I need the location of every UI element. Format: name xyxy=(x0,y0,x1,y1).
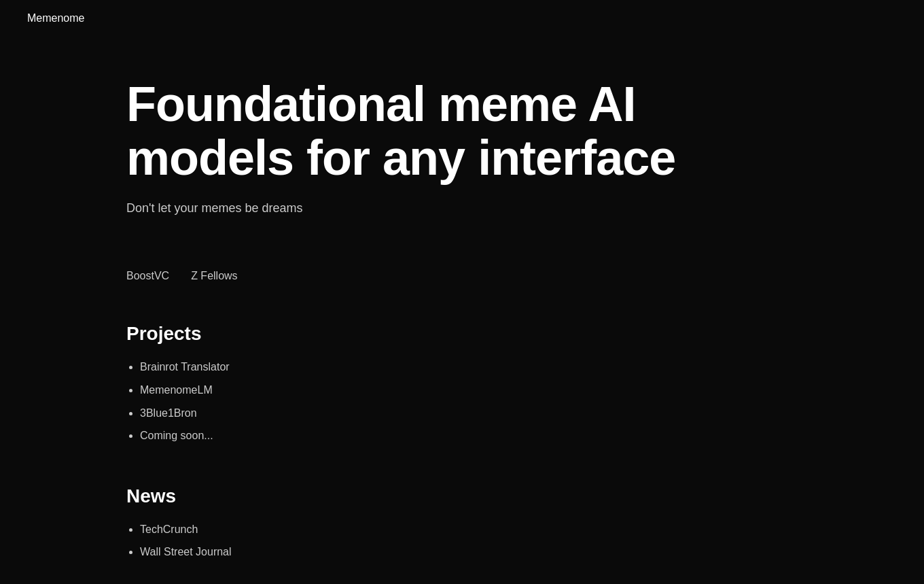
projects-section: Projects Brainrot Translator MemenomeLM … xyxy=(126,323,798,444)
hero-subheading: Don't let your memes be dreams xyxy=(126,201,798,216)
list-item: 3Blue1Bron xyxy=(140,405,798,422)
backer-boostvc: BoostVC xyxy=(126,270,169,282)
hero-section: Foundational meme AI models for any inte… xyxy=(126,78,798,216)
list-item: Wall Street Journal xyxy=(140,543,798,561)
list-item: TechCrunch xyxy=(140,521,798,538)
list-item: MemenomeLM xyxy=(140,381,798,399)
news-heading: News xyxy=(126,485,798,507)
backers-section: BoostVC Z Fellows xyxy=(126,256,798,282)
projects-list: Brainrot Translator MemenomeLM 3Blue1Bro… xyxy=(126,358,798,444)
main-content: Foundational meme AI models for any inte… xyxy=(0,37,924,584)
list-item: Coming soon... xyxy=(140,427,798,445)
backer-z-fellows: Z Fellows xyxy=(191,270,237,282)
news-section: News TechCrunch Wall Street Journal xyxy=(126,485,798,561)
site-header: Memenome xyxy=(0,0,924,37)
list-item: Brainrot Translator xyxy=(140,358,798,376)
hero-heading: Foundational meme AI models for any inte… xyxy=(126,78,798,185)
projects-heading: Projects xyxy=(126,323,798,345)
site-title: Memenome xyxy=(27,12,84,24)
news-list: TechCrunch Wall Street Journal xyxy=(126,521,798,561)
